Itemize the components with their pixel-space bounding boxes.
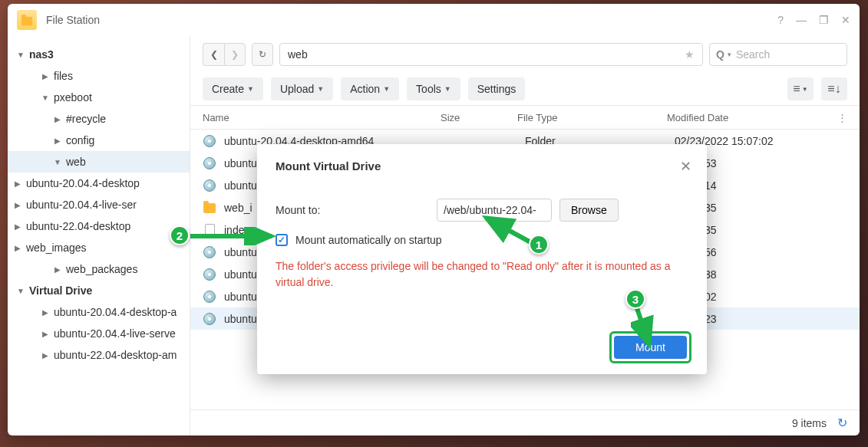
back-button[interactable]: ❮: [203, 43, 224, 66]
twisty-icon[interactable]: ▶: [12, 179, 23, 188]
minimize-icon[interactable]: —: [796, 14, 807, 26]
disc-icon: [203, 135, 216, 147]
tree-root[interactable]: ▼ nas3: [8, 44, 190, 65]
col-date[interactable]: Modified Date: [667, 112, 837, 123]
tree-item[interactable]: ▶web_packages: [8, 258, 190, 280]
warning-text: The folder's access privilege will be ch…: [276, 258, 688, 291]
tree-item[interactable]: ▶files: [8, 65, 190, 87]
table-header: Name Size File Type Modified Date ⋮: [190, 105, 860, 130]
annotation-badge-3: 3: [625, 289, 645, 309]
svg-line-1: [486, 218, 533, 244]
twisty-icon[interactable]: ▶: [40, 330, 51, 338]
tree-item[interactable]: ▶web_images: [8, 237, 190, 258]
arrow-2: [187, 227, 279, 245]
col-type[interactable]: File Type: [517, 112, 667, 123]
twisty-icon[interactable]: ▶: [12, 244, 23, 252]
browse-button[interactable]: Browse: [559, 199, 619, 222]
refresh-icon[interactable]: ↻: [837, 416, 847, 430]
path-input[interactable]: web ★: [279, 43, 703, 66]
mount-to-label: Mount to:: [276, 204, 437, 216]
tree-item[interactable]: ▼web: [8, 151, 190, 173]
maximize-icon[interactable]: ❐: [819, 14, 829, 26]
help-icon[interactable]: ?: [777, 14, 784, 26]
twisty-icon[interactable]: ▶: [40, 308, 51, 317]
dialog-close-icon[interactable]: ✕: [680, 158, 691, 175]
item-count: 9 items: [792, 417, 827, 429]
tree-item[interactable]: ▶config: [8, 130, 190, 151]
twisty-icon[interactable]: ▼: [52, 158, 63, 166]
disc-icon: [203, 246, 216, 258]
twisty-icon[interactable]: ▶: [40, 72, 51, 81]
twisty-icon[interactable]: ▶: [40, 351, 51, 360]
twisty-icon[interactable]: ▶: [52, 115, 63, 123]
tree-item[interactable]: ▶ubuntu-22.04-desktop: [8, 215, 190, 237]
twisty-icon[interactable]: ▶: [12, 222, 23, 231]
app-icon: [17, 10, 37, 30]
annotation-badge-2: 2: [170, 225, 190, 245]
star-icon[interactable]: ★: [685, 48, 695, 61]
tree-item[interactable]: ▶ubuntu-20.04.4-live-serve: [8, 323, 190, 344]
twisty-icon[interactable]: ▶: [52, 265, 63, 274]
settings-button[interactable]: Settings: [468, 77, 526, 100]
annotation-badge-1: 1: [529, 235, 549, 255]
search-icon: Q: [716, 48, 724, 61]
create-button[interactable]: Create▼: [203, 77, 263, 100]
status-bar: 9 items ↻: [190, 409, 860, 435]
arrow-3: [631, 305, 662, 351]
titlebar: File Station ? — ❐ ✕: [8, 4, 860, 36]
disc-icon: [203, 291, 216, 303]
app-title: File Station: [46, 14, 777, 26]
disc-icon: [203, 268, 216, 281]
folder-icon: [203, 203, 216, 213]
upload-button[interactable]: Upload▼: [271, 77, 333, 100]
tree-item[interactable]: ▼pxeboot: [8, 87, 190, 108]
tree-item[interactable]: ▶ubuntu-20.04.4-desktop-a: [8, 301, 190, 323]
tree-item[interactable]: ▶ubuntu-20.04.4-live-ser: [8, 194, 190, 215]
disc-icon: [203, 157, 216, 169]
twisty-icon[interactable]: ▶: [52, 136, 63, 145]
auto-mount-label: Mount automatically on startup: [295, 234, 442, 246]
col-size[interactable]: Size: [441, 112, 517, 123]
more-icon[interactable]: ⋮: [837, 112, 847, 123]
dialog-title: Mount Virtual Drive: [276, 159, 688, 173]
twisty-icon[interactable]: ▼: [15, 287, 26, 295]
view-list-button[interactable]: ≡ ▼: [787, 77, 814, 100]
tree-item[interactable]: ▶#recycle: [8, 108, 190, 130]
twisty-icon[interactable]: ▼: [40, 94, 51, 102]
sidebar: ▼ nas3 ▶files▼pxeboot▶#recycle▶config▼we…: [8, 36, 190, 435]
search-input[interactable]: Q▾ Search: [709, 43, 847, 66]
close-icon[interactable]: ✕: [841, 14, 850, 26]
nav-toolbar: ❮ ❯ ↻ web ★ Q▾ Search: [190, 36, 860, 73]
refresh-button[interactable]: ↻: [252, 43, 273, 66]
sort-button[interactable]: ≡↓: [821, 77, 847, 100]
action-button[interactable]: Action▼: [341, 77, 399, 100]
disc-icon: [203, 313, 216, 325]
forward-button[interactable]: ❯: [224, 43, 246, 66]
action-toolbar: Create▼ Upload▼ Action▼ Tools▼ Settings …: [190, 73, 860, 105]
tree-item[interactable]: ▶ubuntu-22.04-desktop-am: [8, 344, 190, 366]
col-name[interactable]: Name: [203, 112, 441, 123]
tree-item[interactable]: ▼Virtual Drive: [8, 280, 190, 301]
chevron-down-icon[interactable]: ▼: [15, 51, 26, 59]
twisty-icon[interactable]: ▶: [12, 201, 23, 209]
svg-line-2: [637, 308, 649, 345]
tools-button[interactable]: Tools▼: [407, 77, 460, 100]
tree-item[interactable]: ▶ubuntu-20.04.4-desktop: [8, 173, 190, 194]
disc-icon: [203, 179, 216, 192]
